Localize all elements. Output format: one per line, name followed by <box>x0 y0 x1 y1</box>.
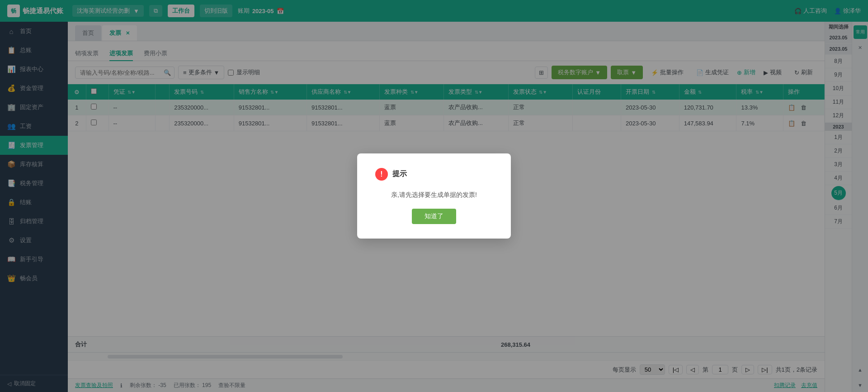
modal-title: 提示 <box>392 169 407 179</box>
modal-warning-icon: ! <box>375 168 388 181</box>
modal-overlay[interactable]: ! 提示 亲,请先选择要生成单据的发票! 知道了 <box>0 0 868 392</box>
modal-box: ! 提示 亲,请先选择要生成单据的发票! 知道了 <box>357 153 511 239</box>
modal-message: 亲,请先选择要生成单据的发票! <box>391 190 477 200</box>
modal-confirm-button[interactable]: 知道了 <box>412 209 456 224</box>
modal-title-row: ! 提示 <box>375 168 493 181</box>
